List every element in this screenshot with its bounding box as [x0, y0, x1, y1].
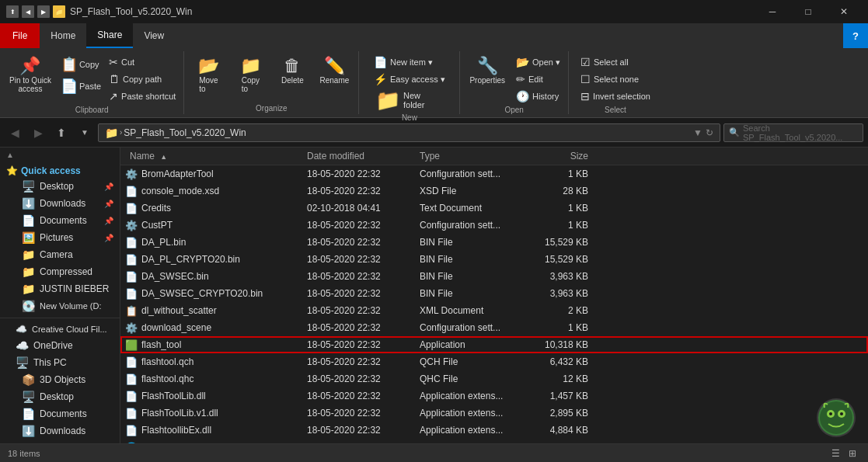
cut-button[interactable]: ✂ Cut: [106, 54, 179, 70]
table-row[interactable]: 📄 flashtool.qhc 18-05-2020 22:32 QHC Fil…: [120, 370, 868, 387]
mascot-body: [817, 398, 856, 437]
invert-selection-button[interactable]: ⊟ Invert selection: [577, 89, 654, 104]
copy-icon: 📋: [61, 57, 78, 71]
table-row[interactable]: 📄 FlashToolLib.v1.dll 18-05-2020 22:32 A…: [120, 405, 868, 422]
table-row[interactable]: ⚙️ BromAdapterTool 18-05-2020 22:32 Conf…: [120, 165, 868, 182]
file-type-icon: ⚙️: [125, 220, 138, 231]
table-row[interactable]: 📄 console_mode.xsd 18-05-2020 22:32 XSD …: [120, 182, 868, 200]
copy-path-label: Copy path: [123, 75, 162, 84]
file-size-cell: 1 KB: [532, 168, 594, 179]
sidebar-item-desktop2[interactable]: 🖥️ Desktop: [0, 388, 120, 405]
pin-quick-access-button[interactable]: 📌 Pin to Quickaccess: [5, 54, 56, 96]
copy-to-button[interactable]: 📁 Copyto: [231, 54, 270, 96]
search-icon: 🔍: [729, 127, 740, 137]
table-row[interactable]: 📄 DA_PL_CRYPTO20.bin 18-05-2020 22:32 BI…: [120, 251, 868, 268]
rename-button[interactable]: ✏️ Rename: [315, 54, 354, 88]
paste-button[interactable]: 📄 Paste: [58, 76, 104, 96]
camera-label: Camera: [40, 249, 73, 260]
copy-button[interactable]: 📋 Copy: [58, 54, 104, 75]
menu-file[interactable]: File: [0, 23, 40, 48]
clipboard-buttons: 📌 Pin to Quickaccess 📋 Copy 📄 Paste ✂ Cu…: [5, 51, 179, 104]
sidebar-item-downloads[interactable]: ⬇️ Downloads 📌: [0, 195, 120, 212]
open-button[interactable]: 📂 Open ▾: [513, 54, 563, 70]
sidebar-item-documents[interactable]: 📄 Documents 📌: [0, 212, 120, 229]
file-date-cell: 18-05-2020 22:32: [307, 305, 420, 316]
delete-button[interactable]: 🗑 Delete: [273, 54, 312, 88]
recent-locations-button[interactable]: ▼: [75, 123, 95, 143]
file-name-text: DA_PL_CRYPTO20.bin: [141, 254, 240, 265]
sidebar-item-onedrive[interactable]: ☁️ OneDrive: [0, 337, 120, 354]
table-row[interactable]: ⚙️ download_scene 18-05-2020 22:32 Confi…: [120, 319, 868, 336]
menu-home[interactable]: Home: [40, 23, 86, 48]
select-all-button[interactable]: ☑ Select all: [577, 54, 632, 70]
file-size-cell: 28 KB: [532, 186, 594, 196]
search-box[interactable]: 🔍 Search SP_Flash_Tool_v5.2020...: [723, 123, 863, 142]
copy-path-button[interactable]: 🗒 Copy path: [106, 71, 179, 87]
new-folder-button[interactable]: 📁 Newfolder: [371, 89, 430, 112]
table-row[interactable]: 🌐 How to Use 25-01-2018 02:40 Internet S…: [120, 439, 868, 443]
sidebar-item-creative-cloud[interactable]: ☁️ Creative Cloud Fil...: [0, 321, 120, 337]
table-row[interactable]: ⚙️ CustPT 18-05-2020 22:32 Configuration…: [120, 217, 868, 234]
close-button[interactable]: ✕: [826, 0, 862, 23]
menu-help[interactable]: ?: [843, 23, 868, 48]
header-date[interactable]: Date modified: [307, 151, 420, 162]
sidebar-collapse-arrow[interactable]: ▲: [6, 151, 14, 159]
header-type[interactable]: Type: [420, 151, 532, 162]
history-button[interactable]: 🕐 History: [513, 89, 563, 104]
header-type-label: Type: [420, 151, 440, 162]
sidebar-item-pictures[interactable]: 🖼️ Pictures 📌: [0, 229, 120, 246]
paste-shortcut-button[interactable]: ↗ Paste shortcut: [106, 89, 179, 104]
path-dropdown-icon[interactable]: ▼: [693, 127, 702, 138]
path-arrow: ›: [120, 128, 122, 137]
file-size-cell: 12 KB: [532, 373, 594, 384]
table-row[interactable]: 📄 FlashtoollibEx.dll 18-05-2020 22:32 Ap…: [120, 422, 868, 439]
refresh-icon[interactable]: ↻: [706, 127, 713, 138]
sidebar-item-documents2[interactable]: 📄 Documents: [0, 405, 120, 422]
sidebar-item-this-pc[interactable]: 🖥️ This PC: [0, 354, 120, 371]
table-row[interactable]: 📄 DA_SWSEC_CRYPTO20.bin 18-05-2020 22:32…: [120, 285, 868, 302]
ribbon: 📌 Pin to Quickaccess 📋 Copy 📄 Paste ✂ Cu…: [0, 48, 868, 118]
sidebar-item-new-volume[interactable]: 💽 New Volume (D:: [0, 297, 120, 314]
minimize-button[interactable]: ─: [755, 0, 790, 23]
details-view-button[interactable]: ☰: [828, 446, 843, 460]
up-button[interactable]: ⬆: [51, 123, 71, 143]
back-icon[interactable]: ◀: [22, 5, 34, 18]
sidebar-item-camera[interactable]: 📁 Camera: [0, 246, 120, 263]
forward-button[interactable]: ▶: [28, 123, 48, 143]
properties-button[interactable]: 🔧 Properties: [465, 54, 510, 88]
maximize-button[interactable]: □: [790, 0, 826, 23]
menu-view[interactable]: View: [133, 23, 175, 48]
sidebar-item-justin[interactable]: 📁 JUSTIN BIEBER: [0, 280, 120, 297]
move-to-button[interactable]: 📂 Moveto: [189, 54, 228, 96]
select-none-button[interactable]: ☐ Select none: [577, 71, 642, 87]
header-name[interactable]: Name ▲: [120, 151, 307, 162]
table-row[interactable]: 📄 DA_PL.bin 18-05-2020 22:32 BIN File 15…: [120, 234, 868, 251]
sidebar-item-desktop[interactable]: 🖥️ Desktop 📌: [0, 178, 120, 195]
menu-share[interactable]: Share: [86, 23, 133, 48]
file-name-text: FlashToolLib.v1.dll: [141, 408, 218, 419]
table-row[interactable]: 📄 Credits 02-10-2018 04:41 Text Document…: [120, 200, 868, 217]
table-row[interactable]: 📋 dl_without_scatter 18-05-2020 22:32 XM…: [120, 302, 868, 319]
edit-button[interactable]: ✏ Edit: [513, 71, 563, 87]
file-name-text: console_mode.xsd: [141, 186, 219, 196]
file-date-cell: 18-05-2020 22:32: [307, 168, 420, 179]
new-item-button[interactable]: 📄 New item ▾: [371, 54, 436, 70]
this-pc-icon: 🖥️: [16, 356, 29, 369]
header-size[interactable]: Size: [532, 151, 594, 162]
address-path[interactable]: 📁 › SP_Flash_Tool_v5.2020_Win ▼ ↻: [98, 123, 720, 142]
table-row[interactable]: 📄 FlashToolLib.dll 18-05-2020 22:32 Appl…: [120, 387, 868, 405]
large-icons-view-button[interactable]: ⊞: [845, 446, 860, 460]
table-row[interactable]: 📄 DA_SWSEC.bin 18-05-2020 22:32 BIN File…: [120, 268, 868, 285]
sidebar-item-downloads2[interactable]: ⬇️ Downloads: [0, 422, 120, 439]
easy-access-button[interactable]: ⚡ Easy access ▾: [371, 71, 448, 87]
table-row[interactable]: 📄 flashtool.qch 18-05-2020 22:32 QCH Fil…: [120, 353, 868, 370]
file-type-icon: 📄: [125, 391, 138, 402]
file-list[interactable]: ⚙️ BromAdapterTool 18-05-2020 22:32 Conf…: [120, 165, 868, 443]
sidebar-item-compressed[interactable]: 📁 Compressed: [0, 263, 120, 280]
back-button[interactable]: ◀: [5, 123, 25, 143]
view-buttons: ☰ ⊞: [828, 446, 860, 460]
sidebar-item-3d[interactable]: 📦 3D Objects: [0, 371, 120, 388]
forward-icon[interactable]: ▶: [37, 5, 50, 18]
table-row[interactable]: 🟩 flash_tool 18-05-2020 22:32 Applicatio…: [120, 336, 868, 353]
file-date-cell: 18-05-2020 22:32: [307, 220, 420, 231]
